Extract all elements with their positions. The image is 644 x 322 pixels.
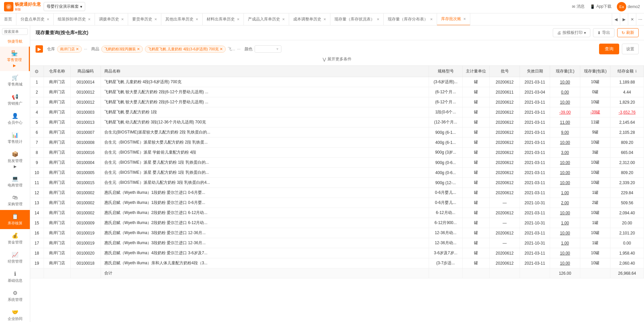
sidebar-item-finance[interactable]: 💰 资金管理 [0,229,30,248]
tab-7[interactable]: 成本调整单历史 ✕ [289,13,330,25]
cell-stock-main[interactable]: 10.00 [550,97,580,107]
tab-9[interactable]: 现存量（库存分布表） ✕ [384,13,437,25]
cell-stock-main[interactable]: 9.00 [550,127,580,138]
product-tag-0[interactable]: 飞鹤奶粉3段丙捆装 ✕ [101,46,143,53]
settings-button[interactable]: 设置 [622,44,639,54]
close-tab-4[interactable]: ✕ [196,17,198,21]
sidebar-item-business[interactable]: 📈 经营管理 [0,248,30,267]
cell-num: 8 [30,148,44,158]
color-dropdown[interactable]: ▾ [255,45,281,53]
nav-more-btn[interactable]: ⋯ [636,13,644,25]
account-selector[interactable]: 母婴行业演示账套 ▾ [44,2,85,11]
cell-batch: — [490,218,520,228]
product-more[interactable]: ··· [237,47,240,51]
close-tab-10[interactable]: ✕ [463,17,466,21]
print-btn[interactable]: 🖨 按模板打印 ▾ [553,28,590,37]
sidebar-item-system[interactable]: ⚙ 系统管理 [0,286,30,306]
nav-arrow-left[interactable]: ◀ [612,13,620,25]
cell-stock-main[interactable]: 10.00 [550,208,580,218]
nav-close-btn[interactable]: ✕ [628,13,636,25]
sidebar-item-enterprise[interactable]: 🤝 企业协同 [0,306,30,322]
sidebar-item-basic-info[interactable]: ℹ 基础信息 [0,267,30,286]
remove-product-tag-0[interactable]: ✕ [137,47,140,51]
sidebar-item-retail-stats[interactable]: 📊 零售统计 [0,128,30,148]
tab-4[interactable]: 其他出库单历史 ✕ [161,13,203,25]
remove-warehouse-tag[interactable]: ✕ [76,47,79,51]
export-btn[interactable]: ⬇ 导出 [593,28,614,37]
close-tab-9[interactable]: ✕ [430,17,433,21]
close-tab-6[interactable]: ✕ [282,17,285,21]
tab-10[interactable]: 库存批次账 ✕ [437,13,470,25]
user-avatar[interactable]: Ea demo2 [617,2,640,11]
sidebar-item-member[interactable]: 👤 会员中心 [0,109,30,128]
cell-batch: — [490,238,520,248]
close-tab-3[interactable]: ✕ [154,17,157,21]
product-filter: 商品 飞鹤奶粉3段丙捆装 ✕ 飞鹤星飞帆 儿童奶粉 4段(3-6岁适用) 700… [91,46,240,53]
close-tab-2[interactable]: ✕ [121,17,124,21]
cell-code: 00100012 [70,87,101,97]
th-settings[interactable]: ⚙ [30,66,44,77]
cell-stock-main[interactable]: 11.00 [550,117,580,127]
sidebar-quick-nav[interactable]: 快捷导航 [0,38,30,45]
sidebar-item-inventory[interactable]: 📋 库存核算 [0,210,30,229]
sidebar-item-marketing[interactable]: 📢 营销推广 [0,90,30,109]
sidebar-item-ecom[interactable]: 💻 电商管理 [0,172,30,191]
system-icon: ⚙ [13,290,17,296]
cell-stock-main[interactable]: 3.00 [550,148,580,158]
cell-num: 6 [30,127,44,138]
cell-spec: 6-12月900... [429,218,463,228]
cell-stock-main[interactable]: 10.00 [550,168,580,178]
message-btn[interactable]: ✉ 消息 [572,4,585,9]
tab-5[interactable]: 材料出库单历史 ✕ [203,13,244,25]
close-tab-1[interactable]: ✕ [88,17,91,21]
tab-6[interactable]: 产成品入库单历史 ✕ [244,13,289,25]
cell-stock-main[interactable]: 0.00 [550,87,580,97]
tab-0[interactable]: 分盘点单历史 ✕ [16,13,54,25]
sidebar-item-purchase[interactable]: 🛍 采购管理 [0,191,30,210]
tab-2[interactable]: 调拨单历史 ✕ [95,13,128,25]
cell-stock-main[interactable]: 10.00 [550,228,580,238]
tab-home[interactable]: 首页 [0,13,16,25]
cell-stock-main[interactable]: 10.00 [550,77,580,87]
sidebar-item-wholesale[interactable]: 📦 批发管理 ▶ [0,148,30,172]
cell-num: 2 [30,87,44,97]
close-tab-5[interactable]: ✕ [237,17,239,21]
cell-stock-main[interactable]: 10.00 [550,248,580,258]
tab-8[interactable]: 现存量（库存状况表） ✕ [330,13,384,25]
cell-stock-main[interactable]: 1.00 [550,238,580,248]
query-button[interactable]: 查询 [599,44,619,54]
refresh-btn[interactable]: ↻ 刷新 [617,28,639,37]
cell-stock-main[interactable]: 2.00 [550,198,580,208]
cell-stock-main[interactable]: 1.00 [550,218,580,228]
cell-stock-main[interactable]: 10.00 [550,258,580,268]
cell-stock-pkg: 0罐 [580,87,610,97]
tab-3[interactable]: 要货单历史 ✕ [128,13,161,25]
table-settings-icon[interactable]: ⚙ [35,69,39,74]
nav-arrow-right[interactable]: ▶ [620,13,628,25]
product-tag-1[interactable]: 飞鹤星飞帆 儿童奶粉 4段(3-6岁适用) 700克 ✕ [145,46,226,53]
close-tab-7[interactable]: ✕ [323,17,326,21]
close-tab-0[interactable]: ✕ [47,17,49,21]
close-tab-8[interactable]: ✕ [377,17,379,21]
cell-name: 惠氏启赋（Wyeth illuma）1段奶粉 爱尔兰进口 0-6月婴... [101,188,429,198]
search-input[interactable] [2,28,28,35]
tab-1[interactable]: 组装拆卸单历史 ✕ [54,13,95,25]
cell-warehouse: 南岸门店 [44,158,70,168]
warehouse-tag[interactable]: 南岸门店 ✕ [57,46,82,53]
sidebar-item-retail-mall[interactable]: 🛒 零售商城 [0,71,30,90]
cell-code: 00100005 [70,168,101,178]
sidebar-item-retail-mgmt[interactable]: 🏪 零售管理 ▶ [0,47,30,71]
product-tag-more[interactable]: 飞... [228,46,235,52]
cell-stock-main[interactable]: 10.00 [550,158,580,168]
toggle-filter-btn[interactable]: ▶ [36,45,43,53]
data-table-container: ⚙ 仓库名称 商品编码 商品名称 规格型号 主计量单位 批号 失效日期 现存量(… [30,66,644,322]
cell-stock-main[interactable]: 1.00 [550,188,580,198]
cell-stock-main[interactable]: 10.00 [550,138,580,148]
remove-product-tag-1[interactable]: ✕ [220,47,223,51]
balance-info-icon[interactable]: ℹ [635,69,637,73]
expand-more-btn[interactable]: ⋁ 展开更多条件 [36,54,639,62]
warehouse-more[interactable]: ··· [84,47,87,51]
app-download-btn[interactable]: 📱 App下载 [590,4,611,9]
cell-stock-main[interactable]: 10.00 [550,178,580,188]
cell-num: 11 [30,178,44,188]
